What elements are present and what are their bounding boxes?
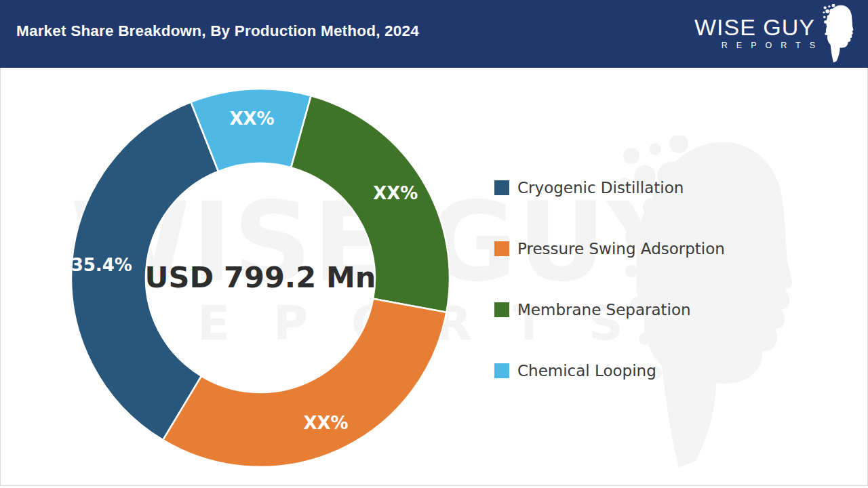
brand-name: WISE GUY xyxy=(694,15,815,39)
slice-value-label: 35.4% xyxy=(71,255,132,275)
brand-face-icon xyxy=(816,4,860,64)
content-area: WISE GUY REPORTS 35.4%XX%XX%XX% USD 799.… xyxy=(0,68,868,486)
donut-slice-pressure-swing-adsorption xyxy=(163,299,446,467)
brand-subname: REPORTS xyxy=(694,39,824,52)
brand-wordmark: WISE GUY REPORTS xyxy=(694,15,815,52)
chart-center-value: USD 799.2 Mn xyxy=(145,260,376,294)
legend-label: Pressure Swing Adsorption xyxy=(517,240,725,258)
legend-item: Pressure Swing Adsorption xyxy=(494,239,725,258)
page-title: Market Share Breakdown, By Production Me… xyxy=(16,22,419,40)
donut-chart: 35.4%XX%XX%XX% USD 799.2 Mn xyxy=(64,81,457,474)
legend-label: Membrane Separation xyxy=(517,301,691,319)
legend-label: Chemical Looping xyxy=(517,362,656,380)
slice-value-label: XX% xyxy=(230,108,275,129)
legend-item: Cryogenic Distillation xyxy=(494,178,725,197)
legend-item: Chemical Looping xyxy=(494,361,725,380)
legend-label: Cryogenic Distillation xyxy=(517,179,684,197)
chart-legend: Cryogenic Distillation Pressure Swing Ad… xyxy=(494,178,725,422)
legend-swatch-icon xyxy=(494,363,509,378)
legend-swatch-icon xyxy=(494,302,509,317)
slice-value-label: XX% xyxy=(303,413,348,433)
legend-swatch-icon xyxy=(494,241,509,256)
slice-value-label: XX% xyxy=(373,183,418,203)
brand-logo: WISE GUY REPORTS xyxy=(697,0,860,68)
legend-swatch-icon xyxy=(494,180,509,195)
legend-item: Membrane Separation xyxy=(494,300,725,319)
header: Market Share Breakdown, By Production Me… xyxy=(0,0,868,68)
